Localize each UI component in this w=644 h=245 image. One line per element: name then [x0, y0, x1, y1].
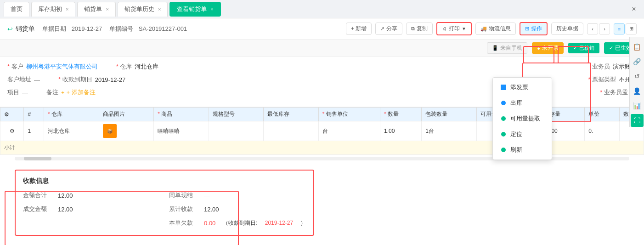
- col-unit-price: 单价: [585, 108, 619, 121]
- tab-view-sales[interactable]: 查看销货单 ×: [169, 2, 220, 17]
- deal-label: 成交金额: [23, 205, 51, 213]
- cell-gear: ⚙: [0, 121, 24, 141]
- close-history-tab[interactable]: ×: [158, 6, 161, 12]
- summary-row-due: 本单欠款 0.00 （收款到期日: 2019-12-27 ）: [169, 217, 306, 228]
- warehouse-label: 仓库: [116, 63, 132, 71]
- col-spec: 规格型号: [209, 108, 264, 121]
- col-product: 商品: [154, 108, 209, 121]
- cell-product: 嘻嘻嘻嘻: [154, 121, 209, 141]
- date-value: 2019-12-27: [72, 25, 102, 32]
- address-field: 客户地址 —: [7, 75, 40, 84]
- summary-title: 收款信息: [23, 177, 306, 185]
- cell-spec: [209, 121, 264, 141]
- not-opened-btn[interactable]: ● 未开票: [532, 42, 564, 54]
- col-min-stock: 最低库存: [264, 108, 319, 121]
- summary-row-deal: 成交金额 12.00: [23, 204, 160, 215]
- dropdown-refresh[interactable]: 刷新: [493, 142, 552, 158]
- due-value: 0.00: [204, 220, 215, 227]
- cell-pack-qty: 1台: [422, 121, 477, 141]
- due-date-field: 收款到期日 2019-12-27: [58, 75, 125, 84]
- summary-grid: 金额合计 12.00 同单现结 — 成交金额 12.00 累计收款 12.00: [23, 190, 306, 228]
- dropdown-add-invoice[interactable]: 添发票: [493, 80, 552, 95]
- note-field: 备注 + + 添加备注: [46, 88, 96, 97]
- doc-title: ↩ 销货单: [7, 25, 35, 33]
- project-value: —: [22, 89, 28, 96]
- doc-icon: ↩: [7, 25, 13, 33]
- cell-product-img: 📦: [99, 121, 154, 141]
- tab-home[interactable]: 首页: [4, 2, 29, 17]
- due-close: ）: [300, 219, 306, 227]
- due-label: 本单欠款: [169, 219, 197, 227]
- close-inventory-tab[interactable]: ×: [66, 6, 68, 12]
- nav-arrows: ‹ ›: [587, 23, 610, 34]
- dropdown-menu: 添发票 出库 可用量提取 定位: [492, 77, 552, 160]
- status-bar: 📱 来自手机 ● 未开票 ✓ 已核销 ✓ 已生效: [0, 40, 644, 57]
- collected-label: 累计收款: [169, 205, 197, 213]
- due-suffix: （收款到期日:: [223, 219, 257, 227]
- summary-section: 收款信息 金额合计 12.00 同单现结 — 成交金额 12.00: [15, 170, 314, 236]
- number-label: 单据编号 SA-20191227-001: [109, 25, 187, 33]
- close-sales-tab[interactable]: ×: [106, 6, 108, 12]
- cell-min-stock: [264, 121, 319, 141]
- dropdown-locate[interactable]: 定位: [493, 126, 552, 142]
- copy-button[interactable]: ⧉ 复制: [406, 23, 433, 35]
- tab-sales-order[interactable]: 销货单 ×: [77, 2, 115, 17]
- col-gear: ⚙: [0, 108, 24, 121]
- operations-button[interactable]: ⊞ 操作: [520, 22, 548, 35]
- scroll-thumb[interactable]: [24, 157, 51, 160]
- list-view-btn[interactable]: ≡: [614, 23, 625, 34]
- grid-view-btn[interactable]: ⊞: [626, 23, 637, 34]
- project-label: 项目: [7, 88, 19, 97]
- due-date: 2019-12-27: [265, 220, 293, 226]
- next-button[interactable]: ›: [599, 23, 610, 34]
- total-label: 金额合计: [23, 191, 51, 199]
- collected-value: 12.00: [204, 206, 219, 213]
- print-button[interactable]: 🖨 打印 ▼: [436, 22, 472, 35]
- new-button[interactable]: + 新增: [346, 23, 372, 35]
- doc-meta: 单据日期 2019-12-27 单据编号 SA-20191227-001: [42, 25, 187, 33]
- due-date-label: 收款到期日: [58, 75, 92, 84]
- number-value: SA-20191227-001: [139, 25, 187, 32]
- sidebar-icon-expand[interactable]: ⛶: [631, 114, 644, 127]
- doc-title-text: 销货单: [16, 25, 35, 33]
- summary-row-collected: 累计收款 12.00: [169, 204, 306, 215]
- dropdown-warehouse-out[interactable]: 出库: [493, 95, 552, 111]
- cell-unit: 台: [318, 121, 380, 141]
- from-phone-btn[interactable]: 📱 来自手机: [487, 42, 527, 54]
- date-label: 单据日期 2019-12-27: [42, 25, 102, 33]
- cell-warehouse: 河北仓库: [44, 121, 99, 141]
- prev-button[interactable]: ‹: [587, 23, 598, 34]
- sidebar-icon-5[interactable]: 📊: [631, 99, 644, 112]
- logistics-button[interactable]: 🚚 物流信息: [475, 23, 516, 35]
- tabs-bar: 首页 库存期初 × 销货单 × 销货单历史 × 查看销货单 × ×: [0, 0, 644, 18]
- main-content: ↩ 销货单 单据日期 2019-12-27 单据编号 SA-20191227-0…: [0, 18, 644, 245]
- customer-label: 客户: [7, 63, 23, 71]
- col-warehouse: 仓库: [44, 108, 99, 121]
- tab-sales-history[interactable]: 销货单历史 ×: [118, 2, 168, 17]
- tab-inventory-init[interactable]: 库存期初 ×: [31, 2, 75, 17]
- summary-row-total: 金额合计 12.00: [23, 190, 160, 201]
- share-button[interactable]: ↗ 分享: [375, 23, 402, 35]
- close-view-tab[interactable]: ×: [210, 6, 213, 12]
- customer-value[interactable]: 柳州粤港平安气体有限公司: [26, 63, 98, 71]
- deal-value: 12.00: [58, 206, 73, 213]
- cell-unit-price: 0.: [585, 121, 619, 141]
- sidebar-icon-3[interactable]: ↺: [631, 70, 644, 83]
- available-qty-icon: [500, 115, 507, 122]
- form-row-1: 客户 柳州粤港平安气体有限公司 仓库 河北仓库 业务员 演示账号: [7, 63, 637, 71]
- sidebar-icon-2[interactable]: 🔗: [631, 55, 644, 68]
- sidebar-icon-1[interactable]: 📋: [631, 40, 644, 53]
- dropdown-available-qty[interactable]: 可用量提取: [493, 111, 552, 126]
- add-note-btn[interactable]: + + 添加备注: [61, 88, 96, 97]
- due-date-value: 2019-12-27: [95, 76, 126, 83]
- staff-label: 业务员: [592, 63, 610, 71]
- sidebar-icon-4[interactable]: 👤: [631, 85, 644, 97]
- cell-quantity: 1.00: [380, 121, 422, 141]
- same-settle-value: —: [204, 192, 210, 199]
- refresh-icon: [500, 147, 507, 153]
- warehouse-field: 仓库 河北仓库: [116, 63, 159, 71]
- global-close-button[interactable]: ×: [627, 3, 640, 16]
- confirm-btn[interactable]: ✓ 已核销: [568, 43, 599, 53]
- history-button[interactable]: 历史单据: [551, 23, 583, 35]
- address-label: 客户地址: [7, 75, 31, 84]
